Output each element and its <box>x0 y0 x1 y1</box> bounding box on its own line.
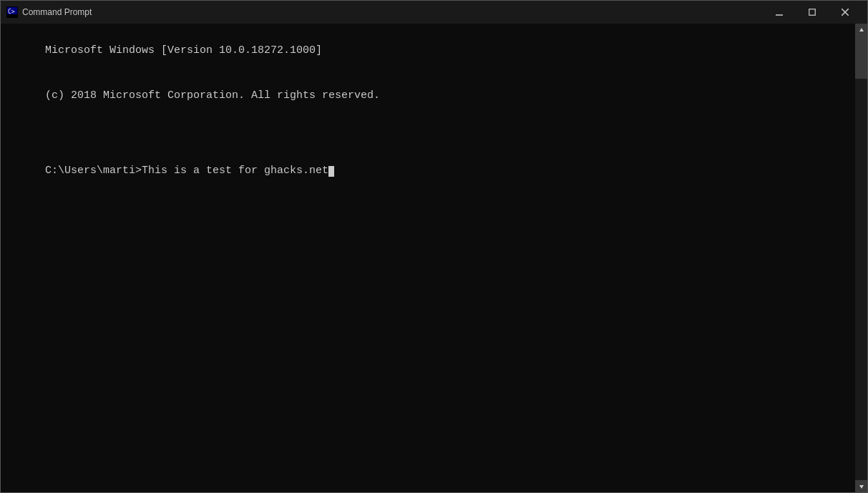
svg-marker-7 <box>859 28 864 31</box>
cmd-window: C> Command Prompt <box>0 0 868 493</box>
svg-text:C>: C> <box>8 9 15 15</box>
version-line: Microsoft Windows [Version 10.0.18272.10… <box>45 44 322 57</box>
scrollbar-track[interactable] <box>855 36 867 480</box>
window-controls <box>763 1 862 24</box>
window-title: Command Prompt <box>22 7 763 17</box>
svg-marker-8 <box>859 485 864 489</box>
scroll-down-button[interactable] <box>855 480 867 492</box>
scroll-up-button[interactable] <box>855 24 867 36</box>
console-area: Microsoft Windows [Version 10.0.18272.10… <box>1 24 867 492</box>
cursor <box>328 166 334 177</box>
prompt: C:\Users\marti> <box>45 165 142 177</box>
cmd-icon: C> <box>6 6 18 18</box>
titlebar: C> Command Prompt <box>1 1 867 24</box>
scrollbar-thumb[interactable] <box>855 36 867 79</box>
maximize-button[interactable] <box>796 1 829 24</box>
command-text: This is a test for ghacks.net <box>142 165 328 177</box>
console-output[interactable]: Microsoft Windows [Version 10.0.18272.10… <box>1 24 855 492</box>
close-button[interactable] <box>829 1 862 24</box>
copyright-line: (c) 2018 Microsoft Corporation. All righ… <box>45 89 380 102</box>
minimize-button[interactable] <box>763 1 796 24</box>
svg-rect-4 <box>809 9 816 16</box>
scrollbar[interactable] <box>855 24 867 492</box>
